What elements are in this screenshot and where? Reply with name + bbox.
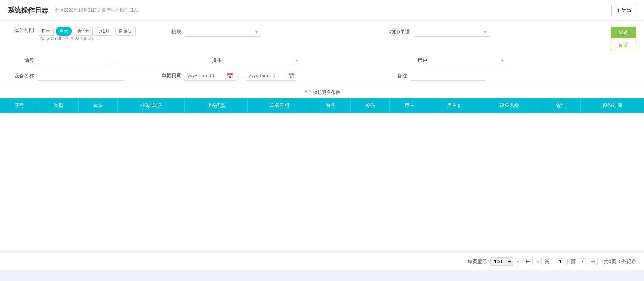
operation-select-wrapper: ▼: [225, 56, 301, 65]
time-filter-label: 操作时间: [8, 27, 34, 34]
col-optime: 操作时间: [581, 98, 644, 113]
collapse-button[interactable]: ⌃⌃ 收起更多条件: [304, 89, 340, 96]
col-operation: 操作: [350, 98, 389, 113]
next-page-btn[interactable]: ›: [579, 258, 586, 265]
user-label: 用户: [401, 57, 427, 64]
col-function: 功能/单据: [118, 98, 184, 113]
col-userip: 用户ip: [429, 98, 478, 113]
page-title: 系统操作日志: [8, 6, 48, 15]
export-button[interactable]: ⬆ 导出: [611, 5, 636, 16]
prev-page-btn[interactable]: ‹: [534, 258, 542, 265]
scrollbar-area[interactable]: [0, 249, 644, 253]
page-subtitle: 支持2020年10月31日之后产生的操作日志: [54, 7, 138, 14]
pagination-nav: ⊢ ‹ 第 页 › ⊣: [523, 258, 598, 265]
module-select[interactable]: [185, 27, 261, 37]
action-buttons: 查询 设置: [611, 27, 636, 50]
total-label: 共0页, 0条记录: [604, 258, 636, 265]
device-label: 设备名称: [8, 72, 34, 79]
col-module: 模块: [79, 98, 118, 113]
empty-area: [0, 113, 644, 249]
page-size-label: 每页显示: [468, 258, 487, 265]
page-label: 第: [545, 258, 550, 265]
page-number-input[interactable]: [553, 258, 568, 265]
date-dash: —: [238, 73, 243, 79]
voucher-date-end-wrapper: 📅: [246, 71, 297, 81]
table-container: 序号 类型 模块 功能/单据 业务类型 单据日期 编号 操作 用户 用户ip 设…: [0, 98, 644, 249]
module-select-wrapper: ▼: [185, 27, 261, 37]
col-voucherdate: 单据日期: [248, 98, 311, 113]
page-unit-label: 页: [571, 258, 576, 265]
calendar-start-icon[interactable]: 📅: [227, 73, 233, 79]
device-input[interactable]: [38, 71, 125, 81]
voucher-date-end-input[interactable]: [249, 73, 286, 78]
filter-panel: 操作时间 昨天 今天 近7天 近1月 自定义 2023-06-06 至 2023…: [0, 21, 644, 87]
table-header-row: 序号 类型 模块 功能/单据 业务类型 单据日期 编号 操作 用户 用户ip 设…: [0, 98, 644, 113]
query-button[interactable]: 查询: [611, 27, 636, 38]
scrollbar-inner: [0, 249, 644, 253]
calendar-end-icon[interactable]: 📅: [288, 73, 294, 79]
user-select-wrapper: ▼: [431, 56, 507, 65]
yesterday-btn[interactable]: 昨天: [38, 27, 54, 36]
col-user: 用户: [390, 98, 429, 113]
number-label: 编号: [8, 57, 34, 64]
custom-btn[interactable]: 自定义: [115, 27, 136, 36]
export-label: 导出: [622, 7, 632, 14]
col-index: 序号: [0, 98, 39, 113]
col-remark: 备注: [541, 98, 581, 113]
last-page-btn[interactable]: ⊣: [588, 258, 598, 265]
dropdown-arrow-icon: ▼: [516, 259, 520, 264]
number-start-input[interactable]: [38, 56, 107, 65]
operation-select[interactable]: [225, 56, 301, 65]
col-biztype: 业务类型: [184, 98, 247, 113]
data-table: 序号 类型 模块 功能/单据 业务类型 单据日期 编号 操作 用户 用户ip 设…: [0, 98, 644, 113]
operation-label: 操作: [195, 57, 222, 64]
voucher-date-start-wrapper: 📅: [185, 71, 235, 81]
today-btn[interactable]: 今天: [56, 27, 72, 36]
date-range-text: 2023-06-06 至 2023-06-06: [39, 36, 136, 42]
page-size-select[interactable]: 100 50 200 500: [490, 257, 513, 266]
first-page-btn[interactable]: ⊢: [523, 258, 533, 265]
number-dash: —: [110, 58, 115, 64]
settings-button[interactable]: 设置: [611, 40, 636, 50]
page-header: 系统操作日志 支持2020年10月31日之后产生的操作日志 ⬆ 导出: [0, 0, 644, 21]
voucher-date-start-input[interactable]: [187, 73, 225, 78]
last7days-btn[interactable]: 近7天: [74, 27, 93, 36]
collapse-bar: ⌃⌃ 收起更多条件: [0, 87, 644, 98]
voucher-date-label: 单据日期: [155, 72, 181, 79]
user-select[interactable]: [431, 56, 507, 65]
col-device: 设备名称: [478, 98, 541, 113]
time-filter-group: 昨天 今天 近7天 近1月 自定义: [38, 27, 136, 36]
function-label: 功能/单据: [384, 28, 410, 35]
col-type: 类型: [39, 98, 78, 113]
remark-label: 备注: [381, 72, 407, 79]
module-label: 模块: [155, 28, 181, 35]
pagination-bar: 每页显示 100 50 200 500 ▼ ⊢ ‹ 第 页 › ⊣ 共0页, 0…: [0, 253, 644, 270]
function-select-wrapper: ▼: [414, 27, 490, 37]
number-end-input[interactable]: [118, 56, 188, 65]
function-select[interactable]: [414, 27, 490, 37]
remark-input[interactable]: [411, 71, 486, 81]
export-icon: ⬆: [616, 8, 620, 13]
last1month-btn[interactable]: 近1月: [95, 27, 113, 36]
collapse-label: 收起更多条件: [313, 90, 340, 95]
collapse-icon: ⌃⌃: [304, 90, 313, 95]
col-number: 编号: [311, 98, 350, 113]
